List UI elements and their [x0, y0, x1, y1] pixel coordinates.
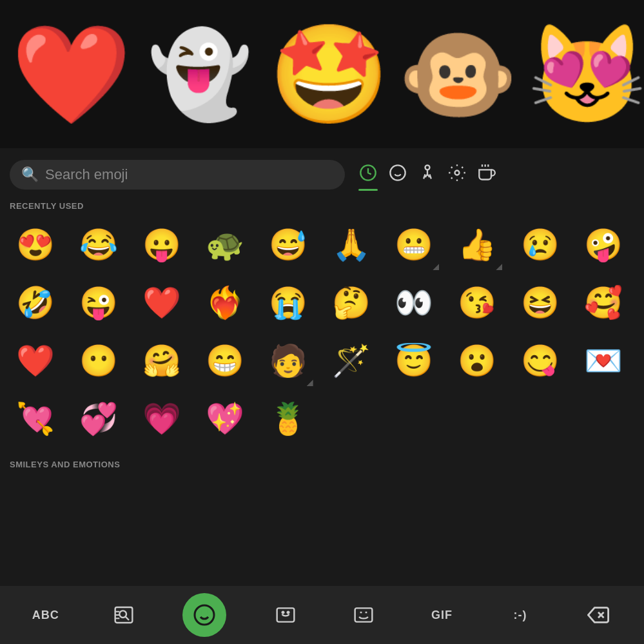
emoji-grid-recent: 😍 😂 😛 🐢 😅 🙏 😬 👍 😢 🤪 🤣 😜 ❤️ ❤️‍🔥 😭 🤔 👀 😘 …: [0, 216, 644, 448]
category-recent[interactable]: [359, 164, 377, 186]
emoji-cell[interactable]: 😂: [70, 216, 128, 274]
backspace-button[interactable]: [579, 596, 618, 634]
svg-point-4: [425, 165, 430, 170]
svg-rect-20: [355, 608, 373, 621]
emoji-cell[interactable]: 🤪: [574, 216, 632, 274]
emoji-cell[interactable]: 🐢: [196, 216, 254, 274]
emoticon-label: :-): [513, 609, 527, 622]
emoji-cell[interactable]: 😮: [448, 332, 506, 390]
emoji-cell[interactable]: 🤔: [322, 274, 380, 332]
emoji-cell[interactable]: 😭: [259, 274, 317, 332]
emoji-cell[interactable]: 😜: [70, 274, 128, 332]
emoji-cell[interactable]: 🤣: [6, 274, 64, 332]
emoji-cell[interactable]: ❤️‍🔥: [196, 274, 254, 332]
search-placeholder: Search emoji: [45, 166, 128, 183]
search-box[interactable]: 🔍 Search emoji: [10, 160, 345, 190]
featured-emoji-1[interactable]: ❤️: [6, 26, 135, 122]
emoji-cell[interactable]: 💞: [70, 390, 128, 448]
emoji-cell[interactable]: 🍍: [259, 390, 317, 448]
emoji-cell[interactable]: 😅: [259, 216, 317, 274]
emoji-cell[interactable]: 💗: [133, 390, 191, 448]
emoji-cell[interactable]: 😇: [385, 332, 443, 390]
emoji-cell[interactable]: ❤️: [133, 274, 191, 332]
svg-point-18: [282, 612, 284, 614]
featured-emoji-3[interactable]: 🤩: [264, 26, 393, 122]
category-icons: [359, 164, 496, 186]
gif-label: GIF: [431, 609, 453, 622]
search-icon: 🔍: [21, 166, 39, 183]
emoji-cell[interactable]: 🪄: [322, 332, 380, 390]
category-smiley[interactable]: [389, 164, 407, 186]
sticker-search-button[interactable]: [104, 596, 143, 634]
svg-point-7: [455, 171, 460, 175]
emoji-button[interactable]: [182, 593, 226, 637]
svg-line-5: [424, 174, 425, 179]
category-people[interactable]: [418, 164, 436, 186]
emoji-cell[interactable]: 😍: [6, 216, 64, 274]
emoji-cell[interactable]: ❤️: [6, 332, 64, 390]
category-activities[interactable]: [448, 164, 466, 186]
emoji-cell[interactable]: 😶: [70, 332, 128, 390]
emoji-cell[interactable]: 😬: [385, 216, 443, 274]
emoji-cell[interactable]: 😁: [196, 332, 254, 390]
svg-point-1: [390, 165, 405, 180]
kaomoji-button[interactable]: [266, 596, 305, 634]
bottom-bar: ABC GIF :-): [0, 586, 644, 644]
emoji-cell[interactable]: 💖: [196, 390, 254, 448]
emoji-cell[interactable]: 😋: [511, 332, 569, 390]
svg-point-19: [287, 612, 289, 614]
svg-point-12: [119, 610, 126, 618]
emoticon-button[interactable]: :-): [501, 596, 540, 634]
emoji-cell[interactable]: 👍: [448, 216, 506, 274]
gif-button[interactable]: GIF: [423, 596, 462, 634]
search-bar-row: 🔍 Search emoji: [0, 148, 644, 190]
emoji-cell[interactable]: 😛: [133, 216, 191, 274]
emoji-cell[interactable]: 😆: [511, 274, 569, 332]
svg-line-13: [126, 617, 129, 620]
emoji-cell[interactable]: 👀: [385, 274, 443, 332]
category-food[interactable]: [478, 164, 496, 186]
emoji-cell[interactable]: 💘: [6, 390, 64, 448]
emoji-cell[interactable]: 😢: [511, 216, 569, 274]
featured-emoji-2[interactable]: 👻: [135, 32, 264, 116]
emoji-cell[interactable]: 🧑: [259, 332, 317, 390]
abc-button[interactable]: ABC: [26, 596, 65, 634]
svg-line-6: [430, 174, 431, 179]
emoji-cell[interactable]: 💌: [574, 332, 632, 390]
featured-emoji-4[interactable]: 🐵: [393, 26, 522, 122]
section-label-recent: RECENTLY USED: [0, 190, 644, 216]
svg-rect-17: [277, 608, 294, 621]
text-emoji-button[interactable]: [344, 596, 383, 634]
emoji-cell[interactable]: 🙏: [322, 216, 380, 274]
section-label-smileys: SMILEYS AND EMOTIONS: [0, 448, 644, 474]
featured-emoji-5[interactable]: 😻: [522, 26, 644, 122]
emoji-cell[interactable]: 🥰: [574, 274, 632, 332]
svg-point-14: [195, 605, 214, 625]
emoji-cell[interactable]: 😘: [448, 274, 506, 332]
featured-strip: ❤️ 👻 🤩 🐵 😻: [0, 0, 644, 148]
emoji-cell[interactable]: 🤗: [133, 332, 191, 390]
abc-label: ABC: [32, 609, 59, 622]
